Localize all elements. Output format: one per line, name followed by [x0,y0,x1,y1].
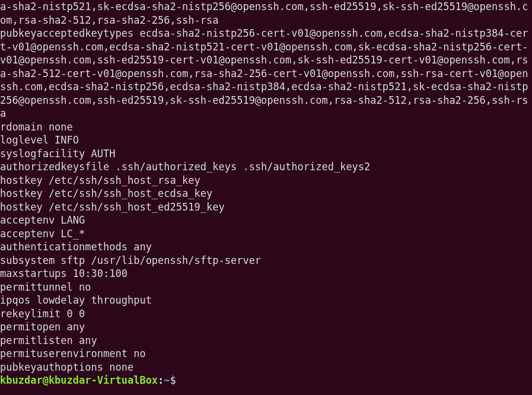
prompt-user-host: kbuzdar@kbuzdar-VirtualBox [0,374,158,386]
shell-prompt: kbuzdar@kbuzdar-VirtualBox:~$ [0,374,182,386]
terminal-window[interactable]: a-sha2-nistp521,sk-ecdsa-sha2-nistp256@o… [0,0,532,387]
prompt-dollar: $ [170,374,182,386]
prompt-separator: : [158,374,164,386]
terminal-output: a-sha2-nistp521,sk-ecdsa-sha2-nistp256@o… [0,0,532,374]
prompt-path: ~ [164,374,170,386]
